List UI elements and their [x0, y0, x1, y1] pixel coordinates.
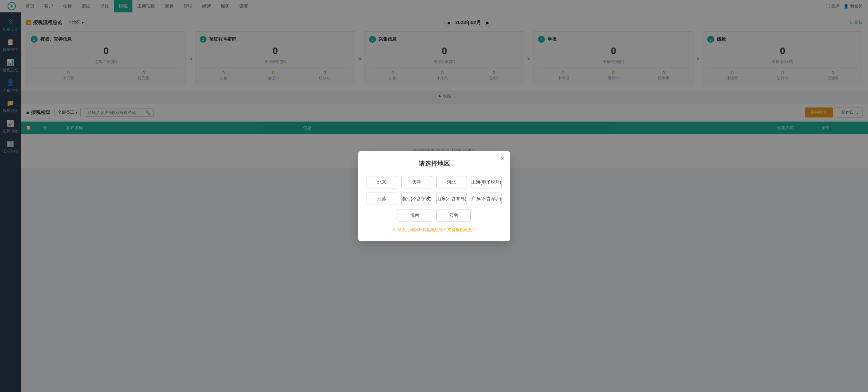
region-beijing[interactable]: 北京 [367, 176, 397, 188]
modal-overlay[interactable]: × 请选择地区 北京 天津 河北 上海(电子税局) 江苏 浙江(不含宁波) 山东… [0, 0, 868, 392]
warning-icon: ⚠ [392, 227, 396, 232]
region-zhejiang[interactable]: 浙江(不含宁波) [401, 193, 432, 205]
region-select-modal: × 请选择地区 北京 天津 河北 上海(电子税局) 江苏 浙江(不含宁波) 山东… [358, 151, 510, 241]
region-jiangsu[interactable]: 江苏 [367, 193, 397, 205]
region-hainan[interactable]: 海南 [398, 209, 432, 221]
region-tianjin[interactable]: 天津 [401, 176, 432, 188]
region-hebei[interactable]: 河北 [436, 176, 467, 188]
region-guangdong[interactable]: 广东(不含深圳) [471, 193, 502, 205]
modal-title: 请选择地区 [367, 159, 502, 168]
region-row-2: 江苏 浙江(不含宁波) 山东(不含青岛) 广东(不含深圳) [367, 193, 502, 205]
region-row-1: 北京 天津 河北 上海(电子税局) [367, 176, 502, 188]
modal-close-button[interactable]: × [501, 155, 505, 162]
region-shanghai[interactable]: 上海(电子税局) [471, 176, 502, 188]
modal-warning: ⚠ 除以上地区外其他地区暂不支持报税检查！ [367, 227, 502, 233]
region-shandong[interactable]: 山东(不含青岛) [436, 193, 467, 205]
region-yunnan[interactable]: 云南 [436, 209, 471, 221]
region-row-3: 海南 云南 [367, 209, 502, 221]
